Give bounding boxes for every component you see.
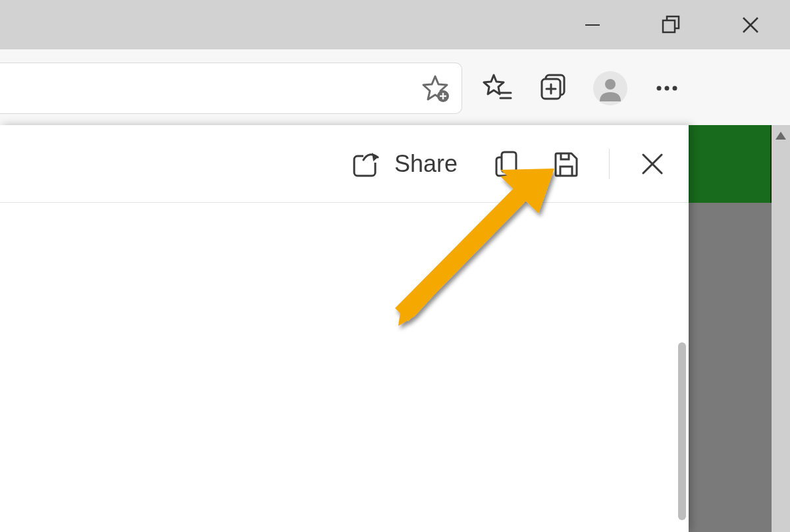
address-bar[interactable] (0, 63, 462, 114)
close-panel-button[interactable] (636, 147, 669, 180)
share-label: Share (394, 150, 458, 178)
svg-point-16 (665, 86, 670, 91)
more-icon (652, 73, 682, 103)
more-menu-button[interactable] (649, 70, 685, 106)
capture-toolbar: Share (0, 125, 689, 203)
background-green-block (686, 125, 772, 203)
svg-point-14 (605, 79, 616, 90)
copy-icon (492, 149, 521, 178)
add-favorite-button[interactable] (421, 74, 450, 103)
scrollbar-up-button[interactable] (772, 128, 790, 144)
browser-chrome (0, 49, 790, 125)
capture-panel: Share (0, 125, 689, 532)
window-restore-button[interactable] (632, 0, 711, 49)
star-plus-icon (421, 74, 450, 103)
close-icon (640, 151, 665, 176)
copy-button[interactable] (490, 147, 523, 180)
svg-rect-23 (502, 152, 516, 172)
window-close-button[interactable] (711, 0, 790, 49)
avatar-icon (593, 71, 627, 105)
toolbar-divider (609, 149, 610, 179)
collections-icon (539, 73, 569, 103)
profile-button[interactable] (592, 70, 628, 106)
svg-marker-18 (776, 132, 786, 140)
favorites-icon (482, 73, 512, 103)
close-icon (740, 14, 761, 36)
window-titlebar (0, 0, 790, 49)
restore-icon (660, 14, 683, 36)
favorites-button[interactable] (479, 70, 515, 106)
svg-rect-2 (663, 20, 675, 32)
svg-point-15 (657, 86, 662, 91)
collections-button[interactable] (536, 70, 571, 106)
save-icon (552, 149, 581, 178)
save-button[interactable] (550, 147, 583, 180)
share-button[interactable]: Share (350, 147, 458, 180)
window-minimize-button[interactable] (553, 0, 632, 49)
svg-point-17 (673, 86, 677, 91)
chevron-up-icon (776, 132, 786, 140)
panel-scrollbar[interactable] (678, 342, 686, 520)
page-scrollbar[interactable] (772, 125, 790, 532)
chrome-icon-strip (470, 63, 786, 114)
minimize-icon (583, 15, 602, 35)
share-icon (350, 147, 382, 180)
